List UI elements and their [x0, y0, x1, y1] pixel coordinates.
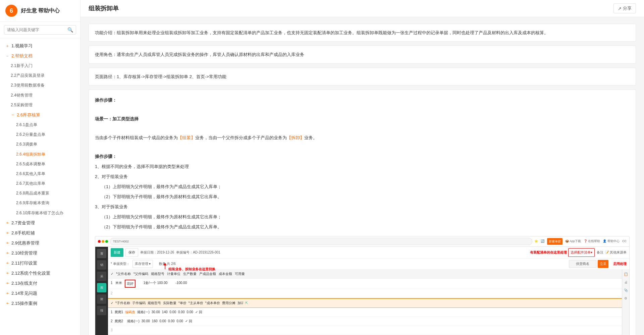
ann2-text: 组装业务、拆卸业务在这里切换	[168, 266, 215, 273]
share-button[interactable]: ↗ 分享	[613, 3, 636, 13]
fake-nav-icon-4: 库	[97, 283, 106, 292]
fake-sub-row-1: 1 爬爬1 编码查 规格(一) 30.00 140 0.00 0.00 0.00	[108, 308, 622, 317]
sidebar-item-inventory[interactable]: － 2.6库存核算	[0, 110, 80, 120]
fake-input-supplier[interactable]: 供货商名	[569, 260, 596, 268]
step1: 1、根据不同的业务，选择不同单据的类型来处理	[95, 162, 630, 171]
fake-nav-icon-6: 报	[97, 306, 106, 315]
coupon-expand-icon: ＋	[5, 240, 9, 246]
step2a: （1）上部明细为父件明细，最终作为产成品生成其它入库单；	[95, 182, 630, 191]
fake-btn-bom[interactable]: 选择配件清单▾	[568, 248, 595, 257]
zuzhuan-text: 【组装】	[178, 135, 195, 140]
logo-area: 6 好生意 帮助中心	[0, 0, 80, 22]
sidebar-item-partial-stocktake[interactable]: 2.6.2分量盘点单	[0, 130, 80, 139]
personalize-expand-icon: ＋	[5, 270, 9, 276]
sidebar-item-faq[interactable]: ＋ 2.14常见问题	[0, 288, 80, 298]
sidebar-item-purchase[interactable]: 2.5采购管理	[0, 100, 80, 110]
screenshot-wrapper: TEST-H002 ⭐ 🔄 新建单据 📦 App下载 ❓ 在线帮助 👤 帮助中心…	[95, 236, 630, 335]
search-input[interactable]	[7, 27, 67, 32]
sidebar-item-data-prep[interactable]: 2.3使用前数据准备	[0, 80, 80, 90]
fake-right-icon-4[interactable]: ⚙	[624, 295, 627, 302]
page-title: 组装拆卸单	[89, 4, 119, 12]
fake-upper-table-area: ✓ *父件名称 *父件编码 规格型号 计量单位 生产数量 产成品金额 成本金额	[108, 270, 622, 335]
fake-btn-confirm[interactable]: 立采	[598, 260, 608, 268]
cases-expand-icon: ＋	[5, 300, 9, 306]
main-area: 组装拆卸单 ↗ 分享 功能介绍：组装拆卸单用来处理企业组装或拆卸等加工业务，支持…	[80, 0, 644, 335]
fake-label-other: 📝 其他来源单	[605, 249, 627, 256]
sidebar-item-cost-recalc[interactable]: 2.6.8商品成本重算	[0, 188, 80, 198]
sidebar-item-management[interactable]: ＋ 2.10经营管理	[0, 248, 80, 258]
sidebar-item-print[interactable]: ＋ 2.11打印设置	[0, 258, 80, 268]
top-bar: 组装拆卸单 ↗ 分享	[80, 0, 644, 17]
step2: 2、对于组装业务	[95, 172, 630, 181]
sidebar-item-coupon[interactable]: ＋ 2.9优惠券管理	[0, 238, 80, 248]
scene1-title: 场景一：加工类型选择	[95, 115, 630, 123]
annotation-1-area: 有装配清单的在这里处理 选择配件清单▾ 备注 📝 其他来源单	[530, 248, 627, 257]
sidebar-item-inventory-fix[interactable]: 2.6.10库存账本错了怎么办	[0, 208, 80, 218]
fake-browser-bar: TEST-H002 ⭐ 🔄 新建单据 📦 App下载 ❓ 在线帮助 👤 帮助中心…	[95, 236, 629, 247]
mobile-expand-icon: ＋	[5, 230, 9, 236]
expand-icon: ＋	[5, 43, 9, 49]
fake-tab-save[interactable]: 保存	[125, 248, 138, 257]
steps-block: 操作步骤： 场景一：加工类型选择 当由多个子件材料组装成一个成品的业务为【组装】…	[89, 90, 636, 335]
ann2-arrow	[162, 263, 168, 270]
sidebar-item-assembly[interactable]: 2.6.4组装拆卸单	[0, 150, 80, 159]
fake-icon-expand[interactable]: ⇱	[245, 300, 248, 306]
fake-tab-new[interactable]: 新建	[111, 248, 123, 257]
sidebar-item-stocktake[interactable]: 2.6.1盘点单	[0, 120, 80, 130]
fake-nav-icon-3: 采	[97, 272, 106, 281]
scene1-desc: 当由多个子件材料组装成一个成品的业务为【组装】业务，当由一个父件拆分成多个子产品…	[95, 133, 630, 142]
sidebar-item-mobile[interactable]: ＋ 2.8手机旺辅	[0, 228, 80, 238]
fake-btn-new: 新建单据	[547, 238, 562, 245]
ann1-text: 有装配清单的在这里处理	[530, 249, 567, 256]
sidebar-item-other-in[interactable]: 2.6.6其他入库单	[0, 169, 80, 179]
intro-block-2: 使用角色：通常由生产人员或库管人员完成拆装业务的操作，库管人员确认原材料的出库和…	[89, 46, 636, 63]
fake-right-icon-1[interactable]: 📋	[624, 271, 628, 278]
sidebar-item-inventory-query[interactable]: 2.6.9库存账本查询	[0, 198, 80, 208]
fake-sub-row-2: 2 爬爬2 规格(一) 30.00 160 0.00 0.00 0.00	[108, 317, 622, 326]
chaiqing-text: 【拆卸】	[287, 135, 304, 140]
fake-icon-star: ⭐	[534, 238, 538, 245]
search-inner: 🔍	[4, 25, 76, 35]
fake-app-layout: 首 销 采 库 财 报 新建 保存	[95, 247, 629, 335]
fake-right-icon-2[interactable]: 🖨	[624, 279, 628, 286]
fake-select-type[interactable]: 库存管理 ▾	[132, 260, 153, 268]
sidebar-item-cost-adjust[interactable]: 2.6.5成本调整单	[0, 159, 80, 169]
fake-icon-apps: 📦 App下载	[565, 238, 581, 245]
share-icon: ↗	[618, 6, 622, 11]
fake-row-1: 1 米米 花好 1套/一个 100.00 -100.00	[108, 279, 622, 289]
sidebar-item-install[interactable]: 2.2产品安装及登录	[0, 71, 80, 80]
step3: 3、对于拆装业务	[95, 203, 630, 211]
fake-form-row: * 单据类型： 库存管理 ▾ 数量 共 2/6 组装业务、拆卸业务在这里切换	[108, 259, 629, 270]
fake-icon-refresh: 🔄	[541, 238, 544, 245]
fake-label-type: * 单据类型：	[111, 261, 130, 267]
fake-top-icons: ⭐ 🔄 新建单据 📦 App下载 ❓ 在线帮助 👤 帮助中心 CC	[534, 238, 627, 245]
fake-label-code: 单据编号：AD-20191226-001	[176, 249, 220, 256]
fake-link-edit[interactable]: 编码查	[125, 309, 135, 316]
fake-right-icon-3[interactable]: 📎	[624, 287, 628, 294]
sidebar-item-transfer[interactable]: 2.6.3调拨单	[0, 139, 80, 149]
sidebar-item-docs[interactable]: － 2.帮助文档	[0, 51, 80, 61]
annotation-3-area: 供货商名 立采	[569, 260, 608, 268]
steps-title: 操作步骤：	[95, 152, 630, 161]
intro-block-3: 页面路径：1、库存核算->库存管理->组装拆卸单 2、首页->常用功能	[89, 68, 636, 86]
fake-row-empty: 2	[108, 289, 622, 298]
sidebar-item-sales[interactable]: 2.4销售管理	[0, 91, 80, 100]
sidebar-item-finance[interactable]: ＋ 2.7资金管理	[0, 218, 80, 228]
sidebar-item-beginner[interactable]: 2.1新手入门	[0, 61, 80, 71]
fake-icon-user: 👤 帮助中心	[603, 238, 620, 245]
fake-label-date: 单据日期：2019-12-26	[140, 249, 174, 256]
content-area: 功能介绍：组装拆卸单用来处理企业组装或拆卸等加工业务，支持有固定装配清单的产品加…	[80, 17, 644, 335]
search-box: 🔍	[0, 22, 80, 38]
sidebar-item-video[interactable]: ＋ 1.视频学习	[0, 41, 80, 51]
sidebar-item-cases[interactable]: ＋ 2.15操作案例	[0, 298, 80, 309]
sidebar-item-payment[interactable]: ＋ 2.13在线支付	[0, 278, 80, 288]
search-icon[interactable]: 🔍	[67, 27, 73, 33]
sidebar-item-personalize[interactable]: ＋ 2.12系统个性化设置	[0, 268, 80, 278]
sidebar-item-other-out[interactable]: 2.6.7其他出库单	[0, 179, 80, 188]
payment-expand-icon: ＋	[5, 280, 9, 286]
fake-icon-help: ❓ 在线帮助	[584, 238, 600, 245]
mgmt-expand-icon: ＋	[5, 250, 9, 256]
faq-expand-icon: ＋	[5, 290, 9, 296]
fake-url-bar: TEST-H002	[110, 238, 532, 245]
fake-sub-table-header: ✓ *子件名称 子件编码 规格型号 实际数量 *单价 *主从单价 *成本单价 费	[108, 298, 622, 308]
